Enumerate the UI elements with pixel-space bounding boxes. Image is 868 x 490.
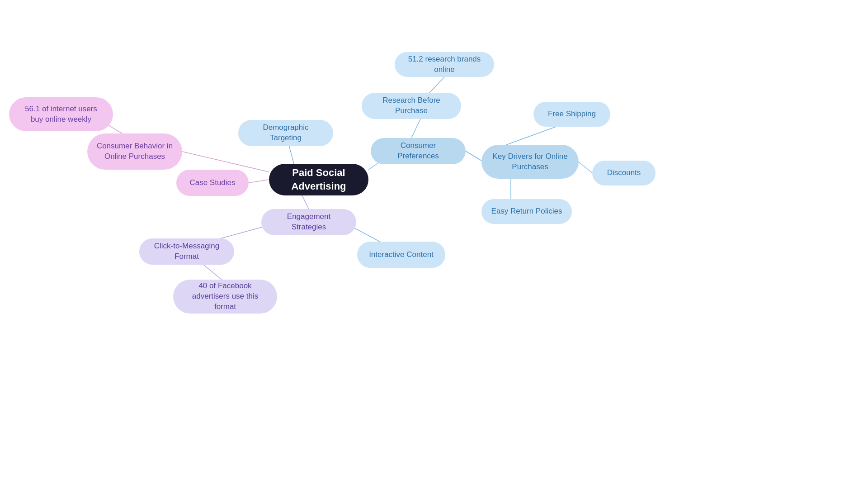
research-before-node[interactable]: Research Before Purchase (362, 93, 461, 119)
engagement-strategies-node[interactable]: Engagement Strategies (261, 209, 356, 235)
internet-users-label: 56.1 of internet users buy online weekly (18, 104, 104, 125)
easy-return-node[interactable]: Easy Return Policies (481, 199, 572, 224)
discounts-node[interactable]: Discounts (592, 161, 656, 186)
engagement-strategies-label: Engagement Strategies (270, 212, 347, 233)
free-shipping-label: Free Shipping (548, 109, 596, 119)
svg-line-13 (579, 162, 592, 173)
svg-line-11 (466, 151, 481, 161)
interactive-content-label: Interactive Content (369, 250, 434, 260)
free-shipping-node[interactable]: Free Shipping (533, 102, 610, 127)
demographic-targeting-label: Demographic Targeting (247, 123, 324, 143)
research-brands-label: 51.2 research brands online (404, 54, 485, 75)
svg-line-12 (506, 127, 556, 145)
click-messaging-label: Click-to-Messaging Format (148, 241, 225, 262)
svg-line-1 (182, 152, 269, 172)
svg-line-9 (411, 119, 420, 138)
interactive-content-node[interactable]: Interactive Content (357, 242, 445, 268)
internet-users-node[interactable]: 56.1 of internet users buy online weekly (9, 97, 113, 131)
demographic-targeting-node[interactable]: Demographic Targeting (238, 120, 333, 146)
center-node-label: Paid Social Advertising (278, 166, 359, 193)
svg-line-6 (203, 265, 222, 280)
research-brands-node[interactable]: 51.2 research brands online (395, 52, 494, 77)
consumer-preferences-node[interactable]: Consumer Preferences (371, 138, 466, 164)
facebook-advertisers-label: 40 of Facebook advertisers use this form… (182, 281, 268, 312)
consumer-behavior-label: Consumer Behavior in Online Purchases (96, 141, 173, 162)
facebook-advertisers-node[interactable]: 40 of Facebook advertisers use this form… (173, 280, 277, 314)
click-messaging-node[interactable]: Click-to-Messaging Format (139, 238, 234, 265)
research-before-label: Research Before Purchase (371, 95, 452, 116)
discounts-label: Discounts (607, 168, 641, 178)
key-drivers-node[interactable]: Key Drivers for Online Purchases (481, 145, 579, 179)
svg-line-3 (249, 180, 269, 183)
consumer-preferences-label: Consumer Preferences (380, 141, 457, 162)
consumer-behavior-node[interactable]: Consumer Behavior in Online Purchases (87, 133, 182, 170)
svg-line-10 (429, 76, 445, 93)
center-node[interactable]: Paid Social Advertising (269, 164, 368, 195)
case-studies-node[interactable]: Case Studies (176, 170, 249, 196)
case-studies-label: Case Studies (189, 178, 235, 188)
key-drivers-label: Key Drivers for Online Purchases (491, 152, 570, 172)
easy-return-label: Easy Return Policies (491, 206, 562, 217)
